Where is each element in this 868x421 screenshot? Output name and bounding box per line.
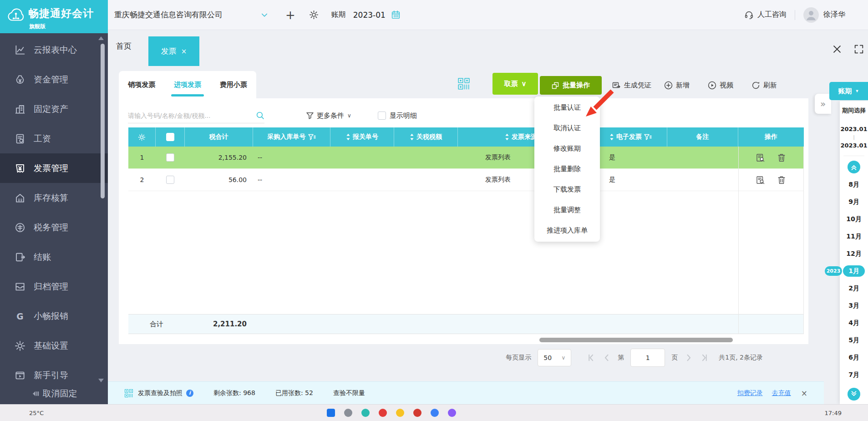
select-all-checkbox[interactable] (166, 133, 174, 141)
unpin-sidebar-button[interactable]: 取消固定 (0, 388, 108, 400)
header-note[interactable]: 备注 (667, 127, 738, 147)
sidebar-scroll-down-arrow[interactable] (98, 379, 104, 382)
row-checkbox[interactable] (166, 153, 174, 162)
subtab-sales-invoice[interactable]: 销项发票 (119, 71, 165, 98)
sidebar-item-guide[interactable]: 新手引导 (0, 360, 108, 390)
add-button[interactable]: 新增 (664, 81, 690, 90)
sidebar-item-cloud-reports[interactable]: 云报表中心 (0, 35, 108, 65)
period-range-start[interactable]: 2023.01 (840, 125, 867, 134)
period-value[interactable]: 2023-01 (353, 10, 386, 20)
month-item[interactable]: 10月 (843, 213, 865, 225)
next-page-icon[interactable] (684, 353, 693, 362)
period-range-end[interactable]: 2023.01 (840, 141, 867, 150)
first-page-icon[interactable] (587, 353, 596, 362)
month-item[interactable]: 5月 (843, 335, 865, 346)
period-panel-collapse-handle[interactable]: » (815, 94, 831, 114)
batch-operations-button[interactable]: 批量操作 (540, 76, 602, 95)
taskbar-clock[interactable]: 17:49 (825, 410, 842, 416)
subtab-expense-receipt[interactable]: 费用小票 (210, 71, 256, 98)
sidebar-item-invoice[interactable]: 发票管理 (0, 153, 108, 183)
show-detail-checkbox[interactable] (378, 112, 386, 120)
month-item[interactable]: 9月 (843, 196, 865, 208)
sidebar-item-tax[interactable]: 税务管理 (0, 213, 108, 242)
taskbar-app-icon[interactable] (379, 409, 387, 417)
filter-funnel-icon[interactable] (644, 134, 652, 140)
sidebar-scrollbar-thumb[interactable] (101, 44, 105, 198)
table-row[interactable]: 2 56.00 -- 发票列表 是 (128, 169, 804, 191)
header-tax-total[interactable]: 税合计 (185, 127, 253, 147)
menu-item-cancel-certify[interactable]: 取消认证 (534, 118, 600, 138)
taskbar-app-icon[interactable] (413, 409, 421, 417)
user-name[interactable]: 徐泽华 (823, 10, 845, 20)
menu-item-batch-delete[interactable]: 批量删除 (534, 159, 600, 179)
sidebar-item-funds[interactable]: 资金管理 (0, 65, 108, 94)
scan-qr-icon[interactable] (457, 77, 470, 90)
header-customs-no[interactable]: 报关单号 (330, 127, 394, 147)
month-item[interactable]: 2月 (843, 283, 865, 294)
column-settings-header[interactable] (128, 127, 156, 147)
subtab-purchase-invoice[interactable]: 进项发票 (165, 71, 211, 98)
settings-gear-icon[interactable] (309, 10, 319, 20)
sort-icon[interactable] (410, 133, 414, 141)
avatar[interactable] (803, 7, 819, 23)
add-company-button[interactable]: + (285, 9, 295, 21)
tab-invoice[interactable]: 发票 × (148, 36, 199, 66)
month-item[interactable]: 6月 (843, 352, 865, 363)
recharge-link[interactable]: 去充值 (772, 389, 791, 397)
taskbar-app-icon[interactable] (361, 409, 370, 417)
fetch-invoice-button[interactable]: 取票 ∨ (492, 73, 538, 95)
month-item[interactable]: 3月 (843, 300, 865, 311)
taskbar-weather[interactable]: 25°C (29, 410, 44, 416)
sidebar-item-archive[interactable]: 归档管理 (0, 272, 108, 301)
trash-icon[interactable] (777, 153, 786, 162)
view-detail-icon[interactable] (756, 153, 765, 162)
menu-item-change-period[interactable]: 修改账期 (534, 138, 600, 159)
sidebar-item-reimburse[interactable]: 小畅报销 (0, 301, 108, 331)
per-page-select[interactable]: 50 ∨ (538, 349, 571, 366)
tab-close-icon[interactable]: × (181, 47, 187, 56)
month-item[interactable]: 8月 (843, 179, 865, 190)
menu-item-push-inbound[interactable]: 推进项入库单 (534, 220, 600, 241)
trash-icon[interactable] (777, 176, 786, 184)
prev-page-icon[interactable] (602, 353, 611, 362)
table-row[interactable]: 1 2,155.20 -- 发票列表 是 (128, 147, 804, 169)
sidebar-item-fixed-assets[interactable]: 固定资产 (0, 94, 108, 124)
support-link[interactable]: 人工咨询 (757, 10, 787, 20)
sort-icon[interactable] (609, 133, 614, 141)
fullscreen-icon[interactable] (854, 45, 863, 54)
header-purchase-no[interactable]: 采购入库单号 (253, 127, 330, 147)
month-item[interactable]: 11月 (843, 231, 865, 242)
close-quota-bar-icon[interactable]: × (801, 389, 807, 398)
month-item-selected[interactable]: 1月 2023 (843, 265, 865, 277)
menu-item-batch-adjust[interactable]: 批量调整 (534, 200, 600, 220)
filter-funnel-icon[interactable] (308, 134, 316, 140)
close-page-icon[interactable] (832, 45, 842, 54)
refresh-button[interactable]: 刷新 (751, 81, 777, 90)
page-number-input[interactable] (630, 349, 665, 367)
generate-voucher-button[interactable]: 生成凭证 (612, 81, 651, 90)
period-toggle-button[interactable]: 账期 ▼ (829, 82, 868, 100)
scroll-months-up-button[interactable] (848, 161, 860, 173)
info-icon[interactable]: i (186, 390, 193, 397)
chevron-down-icon[interactable] (261, 11, 268, 19)
taskbar-app-icon[interactable] (431, 409, 439, 417)
video-button[interactable]: 视频 (708, 81, 733, 90)
sort-icon[interactable] (505, 133, 509, 141)
search-icon[interactable] (256, 111, 264, 120)
more-conditions-button[interactable]: 更多条件 ∨ (306, 112, 351, 120)
month-item[interactable]: 12月 (843, 248, 865, 259)
calendar-icon[interactable] (391, 10, 401, 20)
brand-logo[interactable]: 畅捷通好会计 旗舰版 (0, 0, 108, 33)
sidebar-item-closing[interactable]: 结账 (0, 242, 108, 272)
view-detail-icon[interactable] (756, 176, 765, 184)
search-input[interactable] (128, 112, 256, 119)
header-tariff[interactable]: 关税税额 (394, 127, 458, 147)
taskbar-app-icon[interactable] (327, 409, 335, 417)
taskbar-app-icon[interactable] (344, 409, 352, 417)
sidebar-scroll-up-arrow[interactable] (98, 36, 104, 40)
menu-item-download-invoice[interactable]: 下载发票 (534, 179, 600, 200)
row-checkbox[interactable] (166, 176, 174, 184)
month-item[interactable]: 4月 (843, 317, 865, 329)
sidebar-item-settings[interactable]: 基础设置 (0, 331, 108, 360)
sort-icon[interactable] (346, 133, 350, 141)
